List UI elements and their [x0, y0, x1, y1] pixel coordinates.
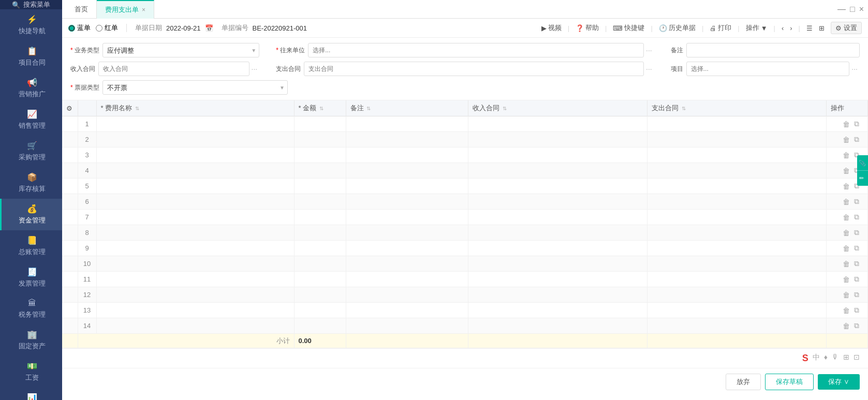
diamond-icon[interactable]: ♦	[824, 353, 828, 364]
copy-row-btn[interactable]: ⧉	[853, 258, 860, 269]
td-remark[interactable]	[346, 225, 468, 241]
td-amount[interactable]	[294, 179, 346, 194]
sidebar-item-invoice[interactable]: 🧾 发票管理	[0, 262, 62, 293]
td-amount[interactable]	[294, 132, 346, 147]
edit-attach-btn[interactable]: ✏	[857, 170, 868, 186]
shortcut-btn[interactable]: ⌨ 快捷键	[613, 23, 644, 33]
window-min-btn[interactable]: —	[837, 5, 846, 14]
copy-row-btn[interactable]: ⧉	[853, 305, 860, 316]
td-expense-name[interactable]	[96, 194, 294, 210]
td-income-contract[interactable]	[468, 179, 648, 194]
video-btn[interactable]: ▶ 视频	[541, 23, 562, 33]
delete-row-btn[interactable]: 🗑	[842, 305, 851, 316]
delete-row-btn[interactable]: 🗑	[842, 243, 851, 254]
delete-row-btn[interactable]: 🗑	[842, 166, 851, 176]
copy-row-btn[interactable]: ⧉	[853, 274, 860, 285]
copy-row-btn[interactable]: ⧉	[853, 118, 860, 129]
td-expense-contract[interactable]	[648, 303, 827, 318]
save-draft-button[interactable]: 保存草稿	[765, 374, 814, 390]
th-expense-contract[interactable]: 支出合同 ⇅	[648, 100, 827, 116]
td-income-contract[interactable]	[468, 287, 648, 303]
th-income-contract[interactable]: 收入合同 ⇅	[468, 100, 648, 116]
td-expense-contract[interactable]	[648, 272, 827, 287]
td-income-contract[interactable]	[468, 116, 648, 132]
td-expense-contract[interactable]	[648, 163, 827, 179]
td-expense-contract[interactable]	[648, 194, 827, 210]
calendar-icon[interactable]: 📅	[205, 24, 213, 32]
td-income-contract[interactable]	[468, 194, 648, 210]
td-expense-contract[interactable]	[648, 287, 827, 303]
copy-row-btn[interactable]: ⧉	[853, 289, 860, 300]
invoice-type-select[interactable]: 不开票	[102, 80, 288, 95]
grid-view-icon[interactable]: ⊞	[843, 353, 849, 364]
td-expense-name[interactable]	[96, 116, 294, 132]
view-grid-btn[interactable]: ⊞	[819, 24, 825, 32]
td-remark[interactable]	[346, 179, 468, 194]
td-amount[interactable]	[294, 147, 346, 163]
td-income-contract[interactable]	[468, 210, 648, 225]
td-expense-name[interactable]	[96, 225, 294, 241]
td-expense-name[interactable]	[96, 318, 294, 334]
red-bill-radio[interactable]: 红单	[96, 23, 118, 33]
sidebar-item-inventory[interactable]: 📦 库存核算	[0, 167, 62, 199]
sidebar-item-marketing[interactable]: 📢 营销推广	[0, 72, 62, 104]
td-income-contract[interactable]	[468, 241, 648, 256]
tab-close-btn[interactable]: ×	[142, 6, 145, 13]
td-amount[interactable]	[294, 163, 346, 179]
td-expense-name[interactable]	[96, 303, 294, 318]
sidebar-item-accounting[interactable]: 📒 总账管理	[0, 230, 62, 262]
td-income-contract[interactable]	[468, 318, 648, 334]
td-expense-contract[interactable]	[648, 241, 827, 256]
expense-contract-input[interactable]	[304, 62, 644, 76]
window-close-btn[interactable]: ×	[859, 5, 864, 14]
td-income-contract[interactable]	[468, 272, 648, 287]
td-income-contract[interactable]	[468, 303, 648, 318]
th-gear[interactable]: ⚙	[62, 100, 78, 116]
td-income-contract[interactable]	[468, 256, 648, 272]
delete-row-btn[interactable]: 🗑	[842, 274, 851, 285]
td-amount[interactable]	[294, 287, 346, 303]
td-expense-name[interactable]	[96, 256, 294, 272]
td-remark[interactable]	[346, 241, 468, 256]
delete-row-btn[interactable]: 🗑	[842, 212, 851, 223]
td-remark[interactable]	[346, 147, 468, 163]
project-ellipsis[interactable]: ···	[849, 65, 860, 73]
delete-row-btn[interactable]: 🗑	[842, 321, 851, 331]
sidebar-item-payroll[interactable]: 💵 工资	[0, 356, 62, 388]
td-expense-name[interactable]	[96, 147, 294, 163]
remark-input[interactable]	[686, 43, 860, 57]
td-amount[interactable]	[294, 241, 346, 256]
mic-icon[interactable]: 🎙	[832, 353, 839, 364]
income-contract-input[interactable]	[98, 62, 249, 76]
sidebar-search[interactable]: 🔍 搜索菜单	[0, 0, 62, 9]
td-expense-name[interactable]	[96, 210, 294, 225]
td-expense-name[interactable]	[96, 272, 294, 287]
tab-expense[interactable]: 费用支出单 ×	[97, 0, 154, 19]
discard-button[interactable]: 放弃	[726, 374, 761, 390]
nav-next-btn[interactable]: ›	[790, 24, 792, 32]
td-expense-contract[interactable]	[648, 256, 827, 272]
th-remark[interactable]: 备注 ⇅	[346, 100, 468, 116]
td-amount[interactable]	[294, 225, 346, 241]
delete-row-btn[interactable]: 🗑	[842, 150, 851, 160]
sidebar-item-project-contract[interactable]: 📋 项目合同	[0, 41, 62, 72]
td-expense-contract[interactable]	[648, 210, 827, 225]
partner-input[interactable]	[308, 43, 644, 57]
copy-row-btn[interactable]: ⧉	[853, 196, 860, 207]
partner-ellipsis-btn[interactable]: ···	[644, 46, 654, 54]
td-remark[interactable]	[346, 194, 468, 210]
sidebar-item-operations[interactable]: 📊 经营管理	[0, 388, 62, 400]
blue-bill-radio[interactable]: 蓝单	[68, 23, 91, 33]
attachment-btn[interactable]: 📎	[857, 155, 868, 170]
copy-row-btn[interactable]: ⧉	[853, 134, 860, 145]
delete-row-btn[interactable]: 🗑	[842, 290, 851, 300]
set-button[interactable]: ⚙ 设置	[831, 22, 862, 34]
td-remark[interactable]	[346, 272, 468, 287]
action-btn[interactable]: 操作 ▼	[746, 23, 768, 33]
td-income-contract[interactable]	[468, 163, 648, 179]
copy-row-btn[interactable]: ⧉	[853, 243, 860, 254]
chinese-input-icon[interactable]: 中	[813, 353, 820, 364]
td-amount[interactable]	[294, 210, 346, 225]
delete-row-btn[interactable]: 🗑	[842, 135, 851, 145]
project-input[interactable]	[686, 62, 850, 76]
